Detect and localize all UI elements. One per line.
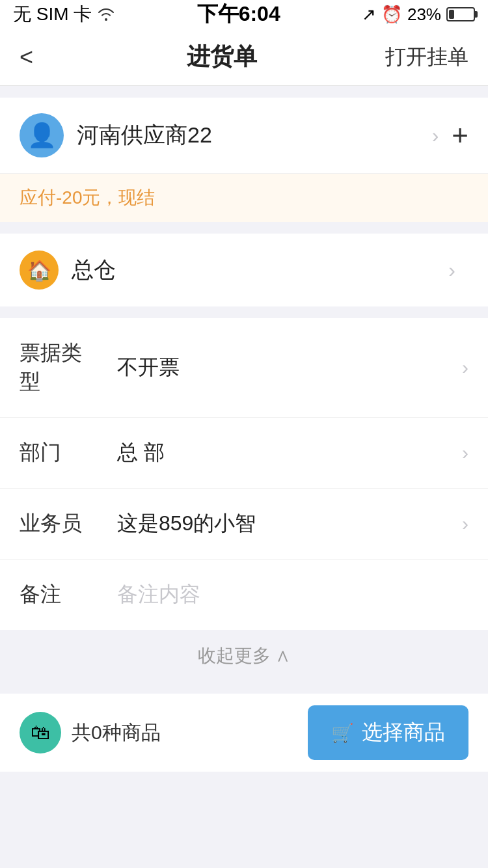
gap-2 (0, 222, 488, 234)
bottom-bar: 🛍 共0种商品 🛒 选择商品 (0, 694, 488, 772)
remark-label: 备注 (20, 580, 98, 609)
collapse-label: 收起更多 ∧ (198, 644, 291, 668)
open-pending-button[interactable]: 打开挂单 (385, 43, 468, 72)
select-goods-label: 选择商品 (362, 718, 445, 747)
department-value: 总 部 (117, 439, 455, 467)
gap-4 (0, 682, 488, 694)
warehouse-row[interactable]: 🏠 总仓 › (0, 234, 488, 306)
carrier-label: 无 SIM 卡 (13, 2, 92, 27)
chevron-right-icon: › (432, 124, 439, 148)
warehouse-chevron-icon: › (448, 258, 455, 282)
salesperson-chevron-icon: › (462, 513, 468, 535)
alarm-icon: ⏰ (381, 5, 402, 25)
select-goods-button[interactable]: 🛒 选择商品 (308, 705, 468, 760)
location-icon: ↗ (362, 5, 376, 25)
avatar: 👤 (20, 113, 64, 157)
background-fill (0, 772, 488, 868)
select-goods-icon: 🛒 (331, 722, 354, 744)
product-count-label: 共0种商品 (72, 720, 308, 746)
department-label: 部门 (20, 439, 98, 467)
salesperson-value: 这是859的小智 (117, 509, 455, 538)
add-button[interactable]: + (452, 121, 468, 150)
form-section: 票据类型 不开票 › 部门 总 部 › 业务员 这是859的小智 › 备注 备注… (0, 318, 488, 630)
invoice-type-label: 票据类型 (20, 339, 98, 396)
status-right: ↗ ⏰ 23% (362, 5, 475, 25)
collapse-bar[interactable]: 收起更多 ∧ (0, 630, 488, 682)
invoice-type-row[interactable]: 票据类型 不开票 › (0, 318, 488, 418)
notice-text: 应付-20元，现结 (20, 187, 155, 208)
remark-row[interactable]: 备注 备注内容 (0, 560, 488, 630)
supplier-row[interactable]: 👤 河南供应商22 › + (0, 98, 488, 174)
warehouse-section: 🏠 总仓 › (0, 234, 488, 306)
battery-label: 23% (407, 5, 441, 25)
nav-bar: < 进货单 打开挂单 (0, 29, 488, 86)
wifi-icon (97, 8, 115, 21)
remark-input[interactable]: 备注内容 (117, 580, 468, 609)
department-chevron-icon: › (462, 442, 468, 464)
warehouse-label: 总仓 (72, 255, 448, 285)
supplier-name: 河南供应商22 (77, 120, 432, 150)
product-bag-icon: 🛍 (31, 722, 50, 744)
salesperson-label: 业务员 (20, 509, 98, 538)
invoice-type-chevron-icon: › (462, 357, 468, 379)
notice-bar: 应付-20元，现结 (0, 174, 488, 222)
status-time: 下午6:04 (197, 0, 280, 29)
page-title: 进货单 (187, 41, 257, 73)
back-button[interactable]: < (20, 44, 59, 71)
person-icon: 👤 (27, 122, 57, 149)
department-row[interactable]: 部门 总 部 › (0, 418, 488, 489)
status-bar: 无 SIM 卡 下午6:04 ↗ ⏰ 23% (0, 0, 488, 29)
gap-3 (0, 306, 488, 318)
warehouse-icon: 🏠 (27, 259, 51, 282)
supplier-section: 👤 河南供应商22 › + 应付-20元，现结 (0, 98, 488, 222)
warehouse-icon-wrap: 🏠 (20, 251, 59, 290)
salesperson-row[interactable]: 业务员 这是859的小智 › (0, 489, 488, 560)
product-icon-wrap: 🛍 (20, 712, 61, 753)
status-left: 无 SIM 卡 (13, 2, 115, 27)
invoice-type-value: 不开票 (117, 353, 455, 382)
gap-1 (0, 86, 488, 98)
battery-icon (446, 7, 475, 21)
